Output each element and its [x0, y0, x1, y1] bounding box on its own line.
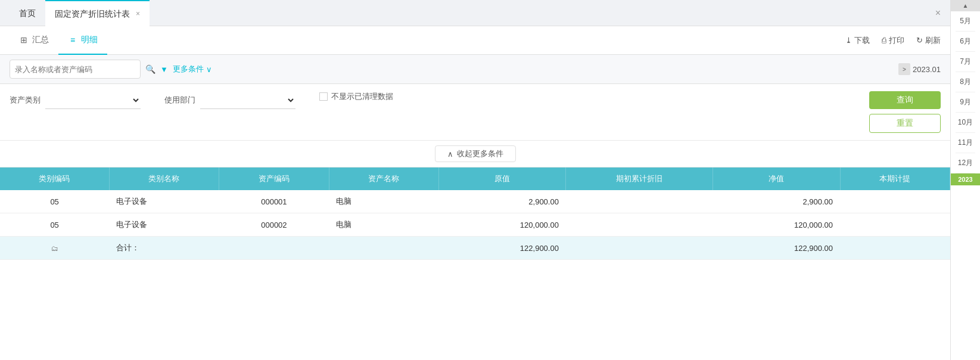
cell-original-value: 120,000.00 [439, 213, 566, 237]
date-chevron-button[interactable]: > [898, 63, 910, 75]
cell-asset-code: 000002 [219, 213, 329, 237]
download-label: 下载 [854, 35, 870, 46]
cell-category-name: 电子设备 [109, 213, 219, 237]
table-row: 05 电子设备 000002 电脑 120,000.00 120,000.00 [0, 213, 950, 237]
no-cleared-filter: 不显示已清理数据 [319, 91, 393, 102]
asset-category-filter: 资产类别 [10, 91, 141, 109]
department-label: 使用部门 [164, 95, 195, 105]
cell-category-name: 电子设备 [109, 190, 219, 213]
cell-net-value: 2,900.00 [713, 190, 840, 213]
cell-net-value: 120,000.00 [713, 213, 840, 237]
sidebar-month-item[interactable]: 6月 [956, 32, 975, 52]
no-cleared-label: 不显示已清理数据 [331, 91, 393, 102]
cell-category-code: 05 [0, 213, 109, 237]
download-button[interactable]: ⤓ 下载 [845, 35, 870, 46]
cell-asset-name: 电脑 [329, 190, 438, 213]
tab-close-icon[interactable]: × [136, 1, 140, 27]
sidebar-year-marker: 2023 [951, 173, 980, 185]
filter-area: 资产类别 使用部门 不显示已清理数据 查询 重置 [0, 84, 950, 141]
filter-icon: ▼ [160, 65, 168, 74]
col-header-net-value: 净值 [713, 167, 840, 190]
collapse-label: 收起更多条件 [457, 148, 503, 159]
sidebar-scroll-up[interactable]: ▲ [951, 0, 980, 11]
tab-detail[interactable]: ≡ 明细 [58, 26, 107, 55]
collapse-icon: ∧ [447, 150, 453, 159]
col-header-asset-code: 资产编码 [219, 167, 329, 190]
print-icon: ⎙ [882, 36, 886, 45]
search-input[interactable] [10, 60, 141, 79]
col-header-current-depreciation: 本期计提 [840, 167, 950, 190]
tab-detail-label: 明细 [81, 35, 98, 45]
asset-category-select[interactable] [45, 91, 141, 109]
asset-category-label: 资产类别 [10, 95, 41, 105]
cell-original-value: 2,900.00 [439, 190, 566, 213]
reset-button[interactable]: 重置 [869, 114, 941, 133]
date-display: 2023.01 [913, 65, 941, 74]
cell-asset-code: 000001 [219, 190, 329, 213]
sidebar-month-item[interactable]: 11月 [956, 133, 975, 153]
print-label: 打印 [889, 35, 904, 46]
total-net-value: 122,900.00 [713, 237, 840, 260]
right-sidebar: ▲ 5月6月7月8月9月10月11月12月 2023 [950, 0, 980, 360]
window-close-button[interactable]: × [935, 8, 941, 18]
date-indicator: > 2023.01 [898, 63, 941, 75]
department-select[interactable] [200, 91, 295, 109]
department-filter: 使用部门 [164, 91, 295, 109]
total-initial-depreciation [566, 237, 713, 260]
tab-actions: ⤓ 下载 ⎙ 打印 ↻ 刷新 [845, 35, 941, 46]
tab-summary-label: 汇总 [32, 35, 49, 45]
top-nav: 首页 固定资产折旧统计表 × × [0, 0, 950, 26]
search-icon[interactable]: 🔍 [145, 64, 155, 74]
search-bar: 🔍 ▼ 更多条件 ∨ > 2023.01 [0, 55, 950, 84]
more-conditions-label: 更多条件 [173, 64, 204, 75]
sidebar-month-item[interactable]: 12月 [956, 153, 975, 173]
cell-asset-name: 电脑 [329, 213, 438, 237]
content-area: ⊞ 汇总 ≡ 明细 ⤓ 下载 ⎙ 打印 ↻ 刷新 [0, 26, 950, 360]
col-header-initial-depreciation: 期初累计折旧 [566, 167, 713, 190]
table-row: 05 电子设备 000001 电脑 2,900.00 2,900.00 [0, 190, 950, 213]
detail-icon: ≡ [68, 35, 77, 45]
sidebar-month-item[interactable]: 7月 [956, 52, 975, 72]
cell-category-code: 05 [0, 190, 109, 213]
total-current-depreciation [840, 237, 950, 260]
summary-icon: ⊞ [19, 35, 29, 45]
download-icon: ⤓ [845, 36, 852, 45]
print-button[interactable]: ⎙ 打印 [882, 35, 904, 46]
asset-table: 类别编码 类别名称 资产编码 资产名称 原值 期初累计折旧 净值 本期计提 05… [0, 167, 950, 260]
sidebar-month-item[interactable]: 10月 [956, 113, 975, 133]
active-tab[interactable]: 固定资产折旧统计表 × [45, 0, 150, 26]
more-conditions-button[interactable]: 更多条件 ∨ [173, 64, 212, 75]
cell-initial-depreciation [566, 213, 713, 237]
collapse-bar: ∧ 收起更多条件 [0, 141, 950, 167]
no-cleared-checkbox[interactable] [319, 92, 328, 101]
refresh-label: 刷新 [925, 35, 941, 46]
cell-current-depreciation [840, 213, 950, 237]
cell-current-depreciation [840, 190, 950, 213]
collapse-button[interactable]: ∧ 收起更多条件 [435, 145, 516, 162]
more-conditions-chevron: ∨ [206, 65, 212, 74]
sidebar-month-item[interactable]: 5月 [956, 11, 975, 32]
col-header-asset-name: 资产名称 [329, 167, 438, 190]
col-header-original-value: 原值 [439, 167, 566, 190]
cell-initial-depreciation [566, 190, 713, 213]
total-icon-cell: 🗂 [0, 237, 109, 260]
tab-summary[interactable]: ⊞ 汇总 [10, 26, 58, 55]
total-original-value: 122,900.00 [439, 237, 566, 260]
query-button[interactable]: 查询 [869, 91, 941, 109]
total-label: 合计： [109, 237, 438, 260]
home-tab[interactable]: 首页 [10, 0, 45, 26]
filter-buttons: 查询 重置 [869, 91, 941, 133]
table-total-row: 🗂 合计： 122,900.00 122,900.00 [0, 237, 950, 260]
refresh-button[interactable]: ↻ 刷新 [916, 35, 941, 46]
refresh-icon: ↻ [916, 36, 923, 45]
sidebar-month-item[interactable]: 8月 [956, 72, 975, 92]
sidebar-month-item[interactable]: 9月 [956, 92, 975, 113]
tab-bar: ⊞ 汇总 ≡ 明细 ⤓ 下载 ⎙ 打印 ↻ 刷新 [0, 26, 950, 55]
table-header-row: 类别编码 类别名称 资产编码 资产名称 原值 期初累计折旧 净值 本期计提 [0, 167, 950, 190]
col-header-category-name: 类别名称 [109, 167, 219, 190]
table-wrapper: 类别编码 类别名称 资产编码 资产名称 原值 期初累计折旧 净值 本期计提 05… [0, 167, 950, 360]
active-tab-label: 固定资产折旧统计表 [55, 1, 130, 27]
col-header-category-code: 类别编码 [0, 167, 109, 190]
